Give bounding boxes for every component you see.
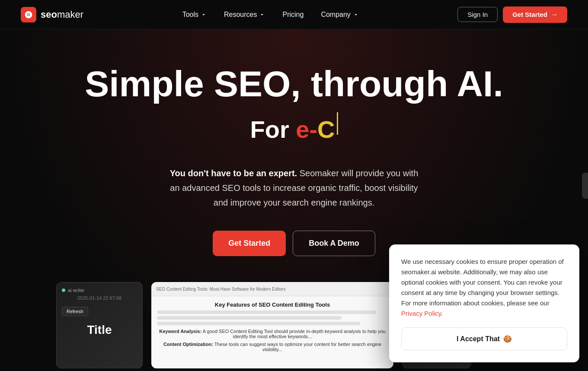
screenshot-title-placeholder: Title: [62, 323, 137, 337]
nav-actions: Sign In Get Started →: [457, 6, 567, 23]
ai-writer-badge: ai writer: [62, 288, 137, 293]
editor-toolbar: SEO Content Editing Tools: Must-Have Sof…: [152, 282, 393, 296]
text-cursor: [337, 112, 338, 135]
text-line: [157, 311, 376, 314]
brand-logo[interactable]: seomaker: [21, 7, 83, 22]
refresh-button[interactable]: Refresh: [62, 307, 88, 316]
bullet2: Content Optimization: These tools can su…: [157, 342, 388, 352]
hero-demo-button[interactable]: Book A Demo: [293, 231, 375, 256]
brand-name: seomaker: [41, 9, 83, 20]
scroll-indicator[interactable]: [582, 173, 588, 199]
hero-description: You don't have to be an expert. Seomaker…: [164, 166, 424, 210]
chevron-down-icon: [259, 12, 265, 18]
bullet1: Keyword Analysis: A good SEO Content Edi…: [157, 329, 388, 339]
nav-item-tools[interactable]: Tools: [176, 7, 214, 22]
status-dot: [62, 289, 65, 292]
text-line: [157, 322, 360, 325]
screenshot-ai-writer: ai writer 2025-01-14 22:97:98 Refresh Ti…: [56, 282, 143, 368]
privacy-policy-link[interactable]: Privacy Policy: [401, 310, 441, 317]
hero-headline: Simple SEO, through AI.: [85, 64, 503, 104]
signin-button[interactable]: Sign In: [457, 7, 498, 22]
editor-content: Key Features of SEO Content Editing Tool…: [152, 296, 393, 368]
cookie-text: We use necessary cookies to ensure prope…: [401, 257, 567, 319]
cookie-emoji: 🍪: [503, 335, 512, 343]
nav-item-company[interactable]: Company: [314, 7, 365, 22]
accept-cookies-button[interactable]: I Accept That 🍪: [401, 327, 567, 350]
navbar: seomaker Tools Resources Pricing Company…: [0, 0, 588, 29]
screenshot-editor: SEO Content Editing Tools: Must-Have Sof…: [151, 282, 393, 368]
hero-buttons: Get Started Book A Demo: [213, 231, 375, 256]
chevron-down-icon: [201, 12, 207, 18]
arrow-icon: →: [551, 11, 558, 19]
logo-icon: [21, 7, 36, 22]
cookie-banner: We use necessary cookies to ensure prope…: [389, 244, 579, 362]
nav-item-pricing[interactable]: Pricing: [275, 7, 310, 22]
nav-item-resources[interactable]: Resources: [217, 7, 272, 22]
chevron-down-icon: [353, 12, 359, 18]
getstarted-nav-button[interactable]: Get Started →: [503, 6, 567, 23]
nav-links: Tools Resources Pricing Company: [176, 7, 366, 22]
hero-subtitle: For e-C: [250, 112, 338, 150]
hero-getstarted-button[interactable]: Get Started: [213, 231, 286, 256]
text-line: [157, 316, 342, 320]
